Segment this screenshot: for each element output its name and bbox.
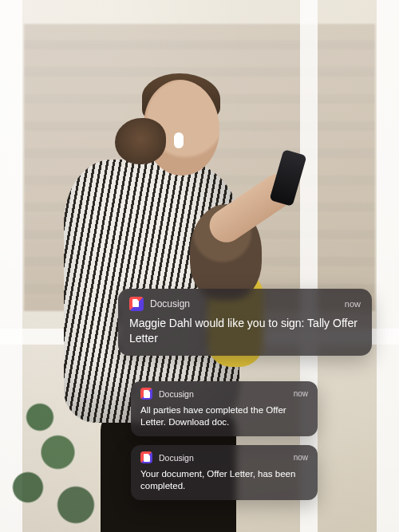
docusign-app-icon [129, 297, 144, 311]
notification-app-name: Docusign [150, 298, 190, 309]
docusign-app-icon [140, 451, 152, 463]
docusign-app-icon [140, 388, 152, 400]
notification-time: now [345, 299, 361, 309]
notification-card[interactable]: Docusign now Your document, Offer Letter… [131, 445, 318, 500]
notification-card[interactable]: Docusign now Maggie Dahl would like you … [118, 289, 372, 356]
notification-message: Maggie Dahl would like you to sign: Tall… [129, 316, 361, 346]
notification-time: now [294, 389, 308, 398]
notification-message: Your document, Offer Letter, has been co… [140, 468, 308, 492]
notification-message: All parties have completed the Offer Let… [140, 404, 308, 428]
notification-time: now [294, 453, 308, 462]
notification-app-name: Docusign [159, 453, 194, 463]
notification-app-name: Docusign [159, 389, 194, 399]
notification-card[interactable]: Docusign now All parties have completed … [131, 381, 318, 436]
